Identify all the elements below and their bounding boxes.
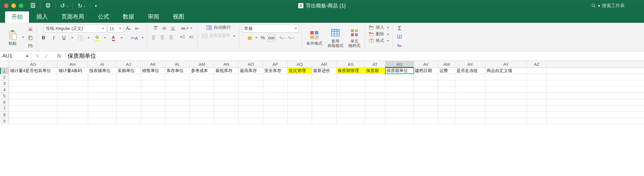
cell-AH2[interactable] [57,74,88,80]
increase-decimal-button[interactable]: ⁰₀← [279,34,286,42]
cell-AP2[interactable] [263,74,288,80]
cell-AM2[interactable] [190,74,214,80]
cell-AG1[interactable]: 辅计量4是否包装单位 [9,68,57,74]
cell-AT5[interactable] [365,93,385,99]
font-size-combo[interactable]: 11 [107,24,123,32]
cell-AU6[interactable] [385,99,414,105]
row-header-5[interactable]: 5 [0,93,9,99]
cell-AI7[interactable] [88,105,117,111]
cell-AX5[interactable] [455,93,485,99]
cell-AK1[interactable]: 销售单位 [141,68,165,74]
column-header-AV[interactable]: AV [414,61,438,67]
cell-AO9[interactable] [239,118,263,124]
comma-format-button[interactable]: 000 [268,34,275,42]
confirm-formula-button[interactable]: ✓ [44,53,49,60]
align-left-button[interactable] [150,34,157,41]
cell-AN8[interactable] [214,112,239,118]
cell-AP3[interactable] [263,80,288,86]
accounting-dropdown[interactable] [255,34,258,42]
cell-AH8[interactable] [57,112,88,118]
increase-font-button[interactable]: A▴ [124,25,132,32]
column-header-AX[interactable]: AX [455,61,485,67]
orientation-dropdown[interactable] [190,24,193,32]
cell-AJ1[interactable]: 采购单位 [117,68,141,74]
cell-AM4[interactable] [190,87,214,93]
cell-AT4[interactable] [365,87,385,93]
cell-AW8[interactable] [438,112,455,118]
cell-AT3[interactable] [365,80,385,86]
cell-AY8[interactable] [485,112,527,118]
format-as-table-button[interactable]: 套用 表格格式 [326,26,345,48]
column-header-AI[interactable]: AI [88,61,117,67]
decrease-indent-button[interactable] [179,34,186,41]
cell-AV6[interactable] [414,99,438,105]
cell-AH7[interactable] [57,105,88,111]
row-header-4[interactable]: 4 [0,87,9,93]
cell-AI9[interactable] [88,118,117,124]
cell-AO1[interactable]: 最高库存 [239,68,263,74]
align-bottom-button[interactable] [169,24,176,32]
cell-AI1[interactable]: 报表辅单位 [88,68,117,74]
cell-AP4[interactable] [263,87,288,93]
cell-AM9[interactable] [190,118,214,124]
cell-AI6[interactable] [88,99,117,105]
cell-AZ9[interactable] [527,118,547,124]
cell-AZ6[interactable] [527,99,547,105]
cell-AZ8[interactable] [527,112,547,118]
cell-AL7[interactable] [165,105,190,111]
save-icon[interactable] [30,3,36,9]
cell-AU5[interactable] [385,93,414,99]
percent-format-button[interactable]: % [259,34,267,42]
format-painter-button[interactable] [27,42,34,50]
cell-AX9[interactable] [455,118,485,124]
number-format-combo[interactable]: 常规 [242,24,299,32]
cell-AR4[interactable] [312,87,336,93]
row-header-2[interactable]: 2 [0,74,9,80]
cell-AQ9[interactable] [288,118,312,124]
orientation-button[interactable]: ab↗ [181,24,188,32]
column-header-AY[interactable]: AY [485,61,527,67]
fill-color-dropdown[interactable] [103,34,107,42]
cell-AV8[interactable] [414,112,438,118]
cell-AP7[interactable] [263,105,288,111]
tab-data[interactable]: 数据 [117,11,140,23]
cell-AN3[interactable] [214,80,239,86]
cell-AV4[interactable] [414,87,438,93]
fullscreen-window-button[interactable] [19,3,23,8]
search-input[interactable] [602,3,642,8]
cell-AL8[interactable] [165,112,190,118]
row-header-3[interactable]: 3 [0,80,9,86]
row-header-6[interactable]: 6 [0,99,9,105]
cell-AX8[interactable] [455,112,485,118]
cell-AK8[interactable] [141,112,165,118]
underline-button[interactable]: U [60,34,68,42]
cell-AX1[interactable]: 是否走冻链 [455,68,485,74]
cell-AW7[interactable] [438,105,455,111]
cell-AY4[interactable] [485,87,527,93]
cell-AS1[interactable]: 保质期管理 [336,68,365,74]
clear-button[interactable] [396,42,403,49]
insert-cells-button[interactable]: + 插入 [368,24,390,30]
cell-AK9[interactable] [141,118,165,124]
cell-AW5[interactable] [438,93,455,99]
borders-button[interactable] [77,34,84,42]
cell-AL3[interactable] [165,80,190,86]
cell-AG3[interactable] [9,80,57,86]
row-header-1[interactable]: 1 [0,68,9,74]
cell-AT7[interactable] [365,105,385,111]
cell-AG2[interactable] [9,74,57,80]
cell-AQ1[interactable]: 批次管理 [288,68,312,74]
cell-AN9[interactable] [214,118,239,124]
font-color-dropdown[interactable] [120,34,123,42]
cell-AJ7[interactable] [117,105,141,111]
fill-button[interactable] [396,33,403,40]
cell-AS6[interactable] [336,99,365,105]
cell-AS4[interactable] [336,87,365,93]
cell-AQ2[interactable] [288,74,312,80]
cell-AS2[interactable] [336,74,365,80]
cell-AU1[interactable]: 保质期单位 [385,68,414,74]
cell-AN6[interactable] [214,99,239,105]
cell-AR9[interactable] [312,118,336,124]
cell-AR1[interactable]: 最新进价 [312,68,336,74]
conditional-format-button[interactable]: ≠ 条件格式 [305,29,324,46]
